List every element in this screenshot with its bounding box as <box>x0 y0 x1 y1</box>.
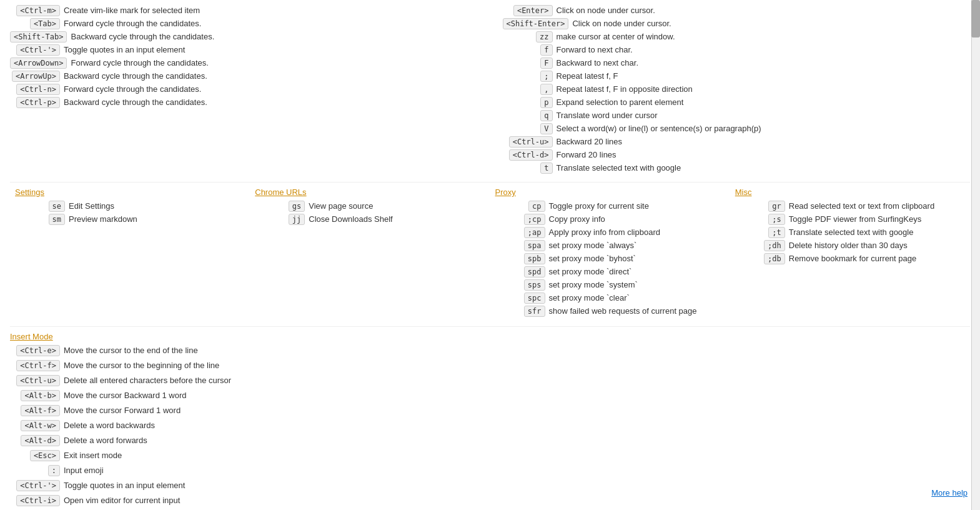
shortcut-row: <Alt-b>Move the cursor Backward 1 word <box>10 390 322 401</box>
key-badge: q <box>540 110 552 121</box>
scrollbar-thumb[interactable] <box>971 0 980 38</box>
key-badge: ;dh <box>764 240 785 251</box>
shortcut-row: :Input emoji <box>10 465 322 476</box>
key-badge: sm <box>49 214 65 225</box>
shortcut-desc: Delete a word backwards <box>64 421 322 430</box>
top-section: <Ctrl-m>Create vim-like mark for selecte… <box>10 5 970 176</box>
key-badge: se <box>49 201 65 212</box>
key-badge: <Ctrl-u> <box>509 136 553 148</box>
key-badge: ; <box>540 71 552 82</box>
shortcut-desc: Translate selected text with google <box>557 163 971 172</box>
more-help-link[interactable]: More help <box>931 488 968 498</box>
shortcut-row: zzmake cursor at center of window. <box>503 31 971 42</box>
key-badge: sfr <box>524 306 545 317</box>
key-badge: <Alt-d> <box>21 435 60 446</box>
misc-title: Misc <box>735 188 965 197</box>
shortcut-row: gsView page source <box>255 201 485 212</box>
key-badge: ;cp <box>524 214 545 225</box>
key-badge: spb <box>524 253 545 264</box>
key-badge: p <box>540 97 552 108</box>
shortcut-row: cpToggle proxy for current site <box>495 201 725 212</box>
shortcut-desc: Move the cursor to the beginning of the … <box>64 361 322 370</box>
shortcut-desc: Backward cycle through the candidates. <box>64 71 478 81</box>
shortcut-desc: Move the cursor Forward 1 word <box>64 406 322 415</box>
shortcut-desc: View page source <box>309 201 485 211</box>
shortcut-row: sfrshow failed web requests of current p… <box>495 306 725 317</box>
shortcut-row: VSelect a word(w) or line(l) or sentence… <box>503 123 971 134</box>
shortcut-row: ;apApply proxy info from clipboard <box>495 227 725 238</box>
shortcut-row: <Ctrl-e>Move the cursor to the end of th… <box>10 345 322 356</box>
shortcut-row: spcset proxy mode `clear` <box>495 292 725 304</box>
shortcut-row: <Alt-d>Delete a word forwards <box>10 435 322 446</box>
shortcut-row: ;cpCopy proxy info <box>495 214 725 225</box>
key-badge: <Ctrl-p> <box>16 97 60 108</box>
key-badge: : <box>48 465 60 476</box>
shortcut-desc: Input emoji <box>64 466 322 475</box>
top-left-column: <Ctrl-m>Create vim-like mark for selecte… <box>10 5 490 176</box>
shortcut-desc: make cursor at center of window. <box>557 32 971 41</box>
shortcut-desc: Toggle PDF viewer from SurfingKeys <box>789 214 965 224</box>
shortcut-row: <Ctrl-d>Forward 20 lines <box>503 149 971 161</box>
shortcut-desc: Forward to next char. <box>557 45 971 54</box>
shortcut-desc: Edit Settings <box>69 201 245 211</box>
key-badge: <Tab> <box>30 18 60 29</box>
key-badge: <Alt-w> <box>21 420 60 431</box>
shortcut-row: <Tab>Forward cycle through the candidate… <box>10 18 478 29</box>
chrome-urls-column: Chrome URLs gsView page sourcejjClose Do… <box>250 188 490 319</box>
shortcut-row: spbset proxy mode `byhost` <box>495 253 725 264</box>
shortcut-desc: Delete all entered characters before the… <box>64 376 322 385</box>
shortcut-desc: Forward cycle through the candidates. <box>71 58 477 68</box>
shortcut-row: <Ctrl-n>Forward cycle through the candid… <box>10 84 478 95</box>
key-badge: <Ctrl-d> <box>509 149 553 161</box>
key-badge: , <box>540 84 552 95</box>
page-container: <Ctrl-m>Create vim-like mark for selecte… <box>0 0 980 510</box>
key-badge: ;db <box>764 253 785 264</box>
shortcut-desc: Close Downloads Shelf <box>309 214 485 224</box>
scrollbar[interactable] <box>971 0 980 510</box>
shortcut-desc: set proxy mode `direct` <box>549 267 725 276</box>
shortcut-desc: Delete history older than 30 days <box>789 241 965 250</box>
shortcut-row: <Ctrl-'>Toggle quotes in an input elemen… <box>10 480 322 491</box>
key-badge: jj <box>289 214 305 225</box>
shortcut-desc: set proxy mode `clear` <box>549 293 725 302</box>
shortcut-row: FBackward to next char. <box>503 58 971 69</box>
shortcut-row: <Esc>Exit insert mode <box>10 450 322 461</box>
insert-mode-section: Insert Mode <Ctrl-e>Move the cursor to t… <box>10 326 970 508</box>
shortcut-row: <Ctrl-p>Backward cycle through the candi… <box>10 97 478 108</box>
shortcut-row: <ArrowDown>Forward cycle through the can… <box>10 58 478 69</box>
top-right-column: <Enter>Click on node under cursor.<Shift… <box>490 5 971 176</box>
key-badge: <Ctrl-'> <box>16 44 60 56</box>
insert-mode-grid: <Ctrl-e>Move the cursor to the end of th… <box>10 345 322 508</box>
shortcut-desc: Click on node under cursor. <box>572 19 970 28</box>
proxy-title: Proxy <box>495 188 725 197</box>
shortcut-row: grRead selected text or text from clipbo… <box>735 201 965 212</box>
shortcut-desc: Repeat latest f, F in opposite direction <box>557 84 971 94</box>
shortcut-desc: Repeat latest f, F <box>557 71 971 81</box>
shortcut-row: smPreview markdown <box>15 214 245 225</box>
shortcut-row: <Ctrl-u>Delete all entered characters be… <box>10 375 322 386</box>
insert-mode-title: Insert Mode <box>10 332 970 341</box>
shortcut-desc: Move the cursor to the end of the line <box>64 346 322 355</box>
misc-column: Misc grRead selected text or text from c… <box>730 188 970 319</box>
shortcut-desc: Toggle quotes in an input element <box>64 481 322 490</box>
shortcut-desc: Backward cycle through the candidates. <box>64 98 478 107</box>
key-badge: spd <box>524 266 545 278</box>
shortcut-row: pExpand selection to parent element <box>503 97 971 108</box>
shortcut-row: ;dbRemove bookmark for current page <box>735 253 965 264</box>
key-badge: ;ap <box>524 227 545 238</box>
shortcut-desc: Create vim-like mark for selected item <box>64 6 478 15</box>
key-badge: zz <box>536 31 552 42</box>
key-badge: <Ctrl-i> <box>16 495 60 506</box>
shortcut-row: spdset proxy mode `direct` <box>495 266 725 278</box>
shortcut-row: <Enter>Click on node under cursor. <box>503 5 971 16</box>
shortcut-row: <Ctrl-i>Open vim editor for current inpu… <box>10 495 322 506</box>
settings-title: Settings <box>15 188 245 197</box>
shortcut-desc: Backward 20 lines <box>557 137 971 146</box>
key-badge: f <box>540 44 552 56</box>
key-badge: <Ctrl-e> <box>16 345 60 356</box>
shortcut-desc: Open vim editor for current input <box>64 496 322 505</box>
shortcut-desc: Backward to next char. <box>557 58 971 68</box>
key-badge: spc <box>524 292 545 304</box>
key-badge: t <box>540 162 552 174</box>
shortcut-desc: Delete a word forwards <box>64 436 322 445</box>
